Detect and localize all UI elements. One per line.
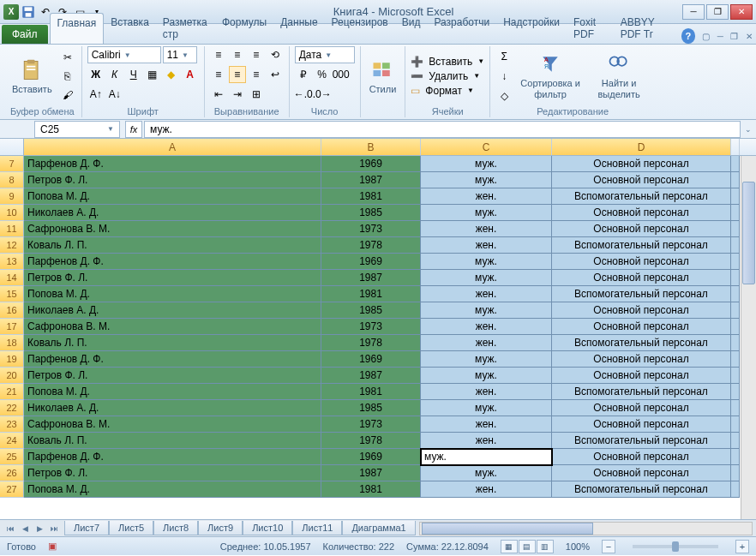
cell-D13[interactable]: Основной персонал bbox=[552, 254, 731, 270]
view-page-layout-icon[interactable]: ▤ bbox=[519, 540, 536, 553]
cell-D8[interactable]: Основной персонал bbox=[552, 172, 731, 188]
col-header-A[interactable]: A bbox=[24, 139, 321, 155]
cell-B21[interactable]: 1981 bbox=[321, 384, 421, 400]
cell-A8[interactable]: Петров Ф. Л. bbox=[24, 172, 321, 188]
row-header[interactable]: 7 bbox=[0, 156, 24, 172]
row-header[interactable]: 25 bbox=[0, 449, 24, 465]
cell-D19[interactable]: Основной персонал bbox=[552, 351, 731, 368]
zoom-in-button[interactable]: + bbox=[735, 540, 749, 553]
fx-icon[interactable]: fx bbox=[125, 121, 142, 138]
bold-icon[interactable]: Ж bbox=[87, 66, 105, 83]
cell-B15[interactable]: 1981 bbox=[321, 286, 421, 302]
cell-E23[interactable] bbox=[731, 416, 740, 433]
cell-D16[interactable]: Основной персонал bbox=[552, 302, 731, 319]
vertical-scrollbar[interactable] bbox=[741, 156, 756, 519]
comma-icon[interactable]: 000 bbox=[333, 66, 350, 83]
sheet-tab[interactable]: Диаграмма1 bbox=[342, 521, 415, 535]
row-header[interactable]: 26 bbox=[0, 465, 24, 481]
help-icon[interactable]: ? bbox=[681, 28, 696, 44]
cell-D22[interactable]: Основной персонал bbox=[552, 400, 731, 416]
cell-B17[interactable]: 1973 bbox=[321, 319, 421, 335]
cell-A22[interactable]: Николаев А. Д. bbox=[24, 400, 321, 416]
cell-A9[interactable]: Попова М. Д. bbox=[24, 188, 321, 205]
cell-E9[interactable] bbox=[731, 188, 740, 205]
cell-E27[interactable] bbox=[731, 481, 740, 498]
ribbon-tab-7[interactable]: Разработчи bbox=[427, 13, 496, 44]
cell-E15[interactable] bbox=[731, 286, 740, 302]
cell-A23[interactable]: Сафронова В. М. bbox=[24, 416, 321, 433]
cell-D12[interactable]: Вспомогательный персонал bbox=[552, 237, 731, 254]
formula-input[interactable]: муж. bbox=[144, 121, 741, 138]
cell-C27[interactable]: жен. bbox=[421, 481, 552, 498]
paste-button[interactable]: Вставить bbox=[9, 57, 56, 96]
cell-D27[interactable]: Вспомогательный персонал bbox=[552, 481, 731, 498]
cell-A19[interactable]: Парфенов Д. Ф. bbox=[24, 351, 321, 368]
cell-A18[interactable]: Коваль Л. П. bbox=[24, 335, 321, 351]
align-left-icon[interactable]: ≡ bbox=[210, 66, 227, 83]
cell-E14[interactable] bbox=[731, 270, 740, 286]
cell-C7[interactable]: муж. bbox=[421, 156, 552, 172]
expand-formula-icon[interactable]: ⌄ bbox=[741, 125, 756, 134]
format-painter-icon[interactable]: 🖌 bbox=[59, 87, 76, 104]
select-all-corner[interactable] bbox=[0, 139, 24, 155]
cell-E16[interactable] bbox=[731, 302, 740, 319]
zoom-level[interactable]: 100% bbox=[566, 541, 590, 552]
cell-E22[interactable] bbox=[731, 400, 740, 416]
ribbon-tab-0[interactable]: Главная bbox=[50, 13, 105, 44]
cell-A20[interactable]: Петров Ф. Л. bbox=[24, 368, 321, 384]
row-header[interactable]: 12 bbox=[0, 237, 24, 254]
cell-B19[interactable]: 1969 bbox=[321, 351, 421, 368]
align-middle-icon[interactable]: ≡ bbox=[229, 46, 246, 63]
orientation-icon[interactable]: ⟲ bbox=[267, 46, 284, 63]
ribbon-tab-9[interactable]: Foxit PDF bbox=[567, 13, 614, 44]
cell-B16[interactable]: 1985 bbox=[321, 302, 421, 319]
sheet-tab[interactable]: Лист11 bbox=[292, 521, 342, 535]
find-select-button[interactable]: Найти и выделить bbox=[588, 51, 650, 100]
cell-E20[interactable] bbox=[731, 368, 740, 384]
save-icon[interactable] bbox=[21, 4, 36, 20]
format-cells-button[interactable]: ▭Формат▼ bbox=[411, 85, 484, 97]
align-bottom-icon[interactable]: ≡ bbox=[248, 46, 265, 63]
minimize-button[interactable]: ─ bbox=[682, 4, 705, 20]
hscroll-thumb[interactable] bbox=[422, 523, 593, 535]
row-header[interactable]: 15 bbox=[0, 286, 24, 302]
ribbon-tab-5[interactable]: Рецензиров bbox=[325, 13, 395, 44]
autosum-icon[interactable]: Σ bbox=[495, 48, 513, 65]
sort-filter-button[interactable]: AЯ Сортировка и фильтр bbox=[516, 51, 585, 100]
cell-D11[interactable]: Основной персонал bbox=[552, 221, 731, 237]
font-size-combo[interactable]: 11▼ bbox=[163, 46, 197, 63]
cell-E19[interactable] bbox=[731, 351, 740, 368]
cell-C26[interactable]: муж. bbox=[421, 465, 552, 481]
col-header-B[interactable]: B bbox=[321, 139, 421, 155]
number-format-combo[interactable]: Дата▼ bbox=[295, 46, 355, 63]
row-header[interactable]: 23 bbox=[0, 416, 24, 433]
cell-D7[interactable]: Основной персонал bbox=[552, 156, 731, 172]
cell-B12[interactable]: 1978 bbox=[321, 237, 421, 254]
clear-icon[interactable]: ◇ bbox=[495, 87, 513, 105]
decrease-decimal-icon[interactable]: .0→ bbox=[314, 86, 331, 103]
row-header[interactable]: 19 bbox=[0, 351, 24, 368]
cell-B23[interactable]: 1973 bbox=[321, 416, 421, 433]
zoom-knob[interactable] bbox=[672, 541, 679, 552]
cell-B14[interactable]: 1987 bbox=[321, 270, 421, 286]
col-header-C[interactable]: C bbox=[421, 139, 552, 155]
align-top-icon[interactable]: ≡ bbox=[210, 46, 227, 63]
cell-E26[interactable] bbox=[731, 465, 740, 481]
row-header[interactable]: 18 bbox=[0, 335, 24, 351]
cell-E13[interactable] bbox=[731, 254, 740, 270]
fill-icon[interactable]: ↓ bbox=[495, 68, 513, 85]
zoom-slider[interactable] bbox=[633, 545, 718, 548]
fill-color-icon[interactable]: ◆ bbox=[163, 66, 180, 83]
cell-A25[interactable]: Парфенов Д. Ф. bbox=[24, 449, 321, 465]
ribbon-tab-4[interactable]: Данные bbox=[273, 13, 324, 44]
shrink-font-icon[interactable]: A↓ bbox=[106, 86, 123, 103]
cell-C15[interactable]: жен. bbox=[421, 286, 552, 302]
cell-A15[interactable]: Попова М. Д. bbox=[24, 286, 321, 302]
cell-B7[interactable]: 1969 bbox=[321, 156, 421, 172]
cell-B26[interactable]: 1987 bbox=[321, 465, 421, 481]
macro-record-icon[interactable]: ▣ bbox=[48, 541, 57, 552]
cell-E8[interactable] bbox=[731, 172, 740, 188]
cell-B22[interactable]: 1985 bbox=[321, 400, 421, 416]
cell-D20[interactable]: Основной персонал bbox=[552, 368, 731, 384]
currency-icon[interactable]: ₽ bbox=[295, 66, 312, 83]
